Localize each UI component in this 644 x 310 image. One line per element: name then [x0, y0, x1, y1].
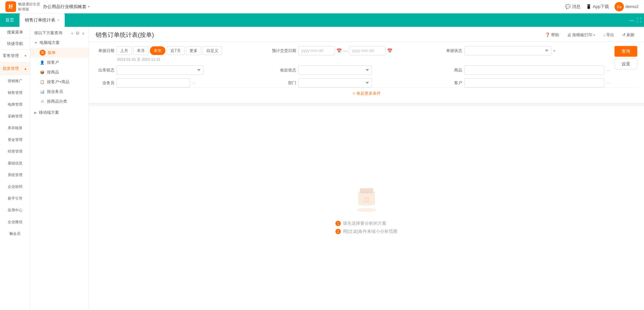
- expected-date-end[interactable]: [349, 46, 386, 55]
- tree-item-by-customer[interactable]: 👤 按客户: [30, 58, 89, 67]
- collapse-panel-icon[interactable]: «: [82, 31, 85, 36]
- svg-point-0: [357, 208, 377, 212]
- calendar-end-icon[interactable]: 📅: [387, 48, 392, 53]
- dept-label: 部门: [269, 80, 296, 86]
- filter-field-bill-status: 单据状态 ▾: [443, 46, 610, 55]
- close-tab-icon[interactable]: ×: [57, 18, 59, 22]
- goods-input[interactable]: [464, 65, 605, 75]
- filter-actions: 查询 设置: [610, 46, 637, 69]
- hint-num-2: 2: [335, 229, 341, 234]
- sidebar-group-wholesale: 批发管理 ▲: [0, 62, 30, 75]
- by-customer-goods-icon: 📋: [40, 80, 45, 85]
- sidebar-item-retail[interactable]: 零售管理 ▼: [0, 50, 30, 62]
- date-btn-this-year[interactable]: 本年: [150, 46, 165, 55]
- calendar-start-icon[interactable]: 📅: [336, 48, 342, 53]
- sidebar-item-finance[interactable]: 资金管理: [0, 134, 30, 146]
- date-btn-7days[interactable]: 近7天: [167, 46, 184, 55]
- sidebar-item-newbie[interactable]: 新手引导: [0, 193, 30, 204]
- quick-nav-label[interactable]: 快捷导航: [0, 38, 30, 50]
- tab-home[interactable]: 首页: [0, 13, 19, 27]
- message-button[interactable]: 💬 消息: [565, 4, 581, 10]
- svg-rect-2: [360, 188, 373, 193]
- tree-item-by-category[interactable]: ⊞ 按商品分类: [30, 97, 89, 106]
- phone-icon: 📱: [586, 4, 591, 9]
- collapse-filter-button[interactable]: ∧ 收起更多条件: [96, 88, 637, 99]
- print-dropdown-icon: ▾: [593, 33, 595, 37]
- tree-item-by-order[interactable]: 按 按单: [30, 48, 89, 58]
- sidebar-item-wholesale[interactable]: 批发管理 ▲: [0, 62, 30, 75]
- sidebar-item-system[interactable]: 系统管理: [0, 169, 30, 181]
- sidebar-item-purchase[interactable]: 采购管理: [0, 110, 30, 122]
- page-header: 销售订单统计表(按单) ❓ 帮助 🖨 按模板打印 ▾ ↓ 导出 ↺ 刷新: [89, 27, 644, 42]
- tree-parent-mobile[interactable]: ▶ 移动端方案: [30, 108, 89, 117]
- top-bar-left: 好 畅捷通好生意 标准版 办公用品行业模拟账套 ▾: [5, 1, 90, 12]
- export-icon: ↓: [603, 33, 605, 37]
- filter-field-date: 单据日期 上月 本月 本年 近7天 更多 自定义: [96, 46, 263, 55]
- app-download-button[interactable]: 📱 App下载: [586, 4, 609, 10]
- empty-state: 1 请先选择要分析的方案 2 用[过滤]条件来缩小分析范围: [89, 106, 644, 310]
- query-button[interactable]: 查询: [614, 46, 637, 57]
- sidebar-item-management[interactable]: 经营管理: [0, 146, 30, 157]
- message-icon: 💬: [565, 4, 571, 9]
- nav-right-icons: — ⛶: [629, 17, 644, 23]
- staff-label: 业务员: [96, 80, 114, 86]
- sidebar-item-wechat[interactable]: 企业微信: [0, 216, 30, 228]
- reset-button[interactable]: 设置: [614, 59, 637, 69]
- sidebar-item-app-center[interactable]: 应用中心: [0, 204, 30, 216]
- settings-scheme-icon[interactable]: ⚙: [75, 31, 80, 36]
- minimize-icon[interactable]: —: [629, 17, 634, 23]
- by-category-icon: ⊞: [40, 99, 45, 104]
- customer-label: 客户: [443, 80, 462, 86]
- tree-item-by-customer-goods[interactable]: 📋 按客户+商品: [30, 77, 89, 87]
- bill-status-label: 单据状态: [443, 48, 462, 54]
- tree-item-by-goods[interactable]: 📦 按商品: [30, 67, 89, 77]
- maximize-icon[interactable]: ⛶: [637, 17, 641, 23]
- goods-more-icon[interactable]: ···: [606, 67, 610, 73]
- date-btn-custom[interactable]: 自定义: [203, 46, 222, 55]
- help-button[interactable]: ❓ 帮助: [542, 31, 562, 39]
- empty-hints: 1 请先选择要分析的方案 2 用[过滤]条件来缩小分析范围: [335, 220, 397, 235]
- app-title-dropdown[interactable]: 办公用品行业模拟账套 ▾: [43, 4, 90, 10]
- tree-parent-pc[interactable]: ▼ 电脑端方案: [30, 38, 89, 48]
- sidebar-item-wholesale-label: 批发管理: [3, 66, 19, 71]
- filter-field-customer: 客户 ···: [443, 78, 610, 88]
- sidebar-item-ecommerce[interactable]: 电商管理: [0, 99, 30, 110]
- expected-date-start[interactable]: [298, 46, 335, 55]
- filter-field-expected-date: 预计交货日期 📅 — 📅: [269, 46, 436, 55]
- customer-input[interactable]: [464, 78, 605, 88]
- sidebar-item-basic-info[interactable]: 基础信息: [0, 157, 30, 169]
- staff-more-icon[interactable]: ···: [192, 80, 196, 86]
- top-bar-right: 💬 消息 📱 App下载 Ea demo2: [565, 2, 639, 11]
- customer-more-icon[interactable]: ···: [606, 80, 610, 86]
- staff-input[interactable]: [116, 78, 190, 88]
- tab-sales-order-stats[interactable]: 销售订单统计表 ×: [19, 13, 65, 27]
- bill-status-select[interactable]: [464, 46, 551, 55]
- nav-tabs: 首页 销售订单统计表 × — ⛶: [0, 13, 644, 27]
- tree-item-by-staff[interactable]: 📊 按业务员: [30, 87, 89, 97]
- refresh-icon: ↺: [622, 33, 626, 37]
- date-btn-this-month[interactable]: 本月: [133, 46, 149, 55]
- sidebar-item-enterprise-collab[interactable]: 企业协同: [0, 181, 30, 193]
- page-title: 销售订单统计表(按单): [96, 31, 154, 39]
- date-btn-last-month[interactable]: 上月: [116, 46, 132, 55]
- sidebar-item-inventory[interactable]: 库存核算: [0, 122, 30, 134]
- hint-num-1: 1: [335, 221, 341, 226]
- export-button[interactable]: ↓ 导出: [600, 31, 617, 39]
- empty-illustration: [350, 182, 383, 215]
- sidebar-search[interactable]: 搜索菜单: [0, 27, 30, 38]
- date-btn-more[interactable]: 更多: [186, 46, 201, 55]
- search-menu-label[interactable]: 搜索菜单: [3, 30, 27, 35]
- user-menu[interactable]: Ea demo2: [614, 2, 639, 11]
- dept-select[interactable]: [298, 78, 372, 88]
- sidebar-item-sales[interactable]: 销售管理: [0, 87, 30, 99]
- sidebar-item-member[interactable]: 畅会员: [0, 228, 30, 240]
- print-button[interactable]: 🖨 按模板打印 ▾: [565, 31, 598, 39]
- sidebar-item-marketing[interactable]: 营销推广: [0, 75, 30, 87]
- chevron-down-icon: ▾: [88, 5, 90, 8]
- refresh-button[interactable]: ↺ 刷新: [620, 31, 637, 39]
- receive-status-select[interactable]: [298, 65, 372, 75]
- empty-hint-2: 2 用[过滤]条件来缩小分析范围: [335, 228, 397, 235]
- add-scheme-icon[interactable]: +: [71, 31, 73, 36]
- by-customer-icon: 👤: [40, 60, 45, 65]
- out-status-select[interactable]: [116, 65, 204, 75]
